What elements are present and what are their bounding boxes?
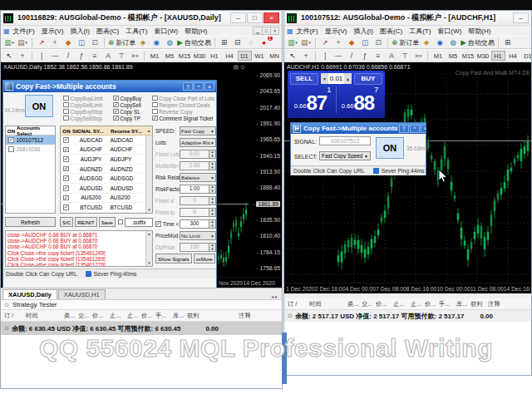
toolbar-new-order-button[interactable]: ⊕新订单 <box>108 37 135 48</box>
toolbar-zoom-in-button[interactable]: ⊞ <box>219 37 230 48</box>
minimize-button[interactable]: – <box>513 12 529 23</box>
toolbar-tile-window-button[interactable]: ◫ <box>359 37 371 48</box>
toolbar-cursor-tool-button[interactable]: ↖ <box>3 51 15 62</box>
option-copy-tp[interactable]: Copy TP <box>113 115 151 121</box>
show-signals-button[interactable]: Show Signals <box>155 254 192 264</box>
spin-down-button[interactable]: ▼ <box>209 224 215 229</box>
toolbar-market-button[interactable]: ◉ <box>434 37 446 48</box>
lot-increase-button[interactable]: ▲ <box>344 73 352 84</box>
toolbar-web-terminal-button[interactable]: ◍ <box>164 37 175 48</box>
toolbar-zoom-box-button[interactable]: ⊡ <box>89 37 101 48</box>
menu-insert[interactable]: 插入(I) <box>353 27 373 36</box>
toolbar-horizontal-line-tool-button[interactable]: — <box>49 51 61 62</box>
menu-view[interactable]: 显示(V) <box>325 27 347 36</box>
toolbar-auto-trading-button[interactable]: ▶自动交易 <box>461 37 495 48</box>
toolbar-arrows-tool-button[interactable]: »▾ <box>412 51 424 62</box>
pricemod-select[interactable]: No Limit▼ <box>180 231 216 240</box>
suffix-input[interactable]: .suffix <box>125 218 153 227</box>
lots-select[interactable]: Adaptive Risk▼ <box>180 138 216 147</box>
toolbar-crosshair-mode-button[interactable]: + <box>332 37 344 48</box>
menu-file[interactable]: 文件(F) <box>13 27 35 36</box>
column-header-0[interactable]: 订 / <box>4 312 26 320</box>
option-reopen-closed-deals[interactable]: Reopen Closed Deals <box>152 101 216 108</box>
copier-on-button[interactable]: ON <box>376 137 404 159</box>
restore-button[interactable]: □ <box>247 12 263 23</box>
toolbar-indicators-button[interactable]: ◈ <box>421 37 432 48</box>
timeframe-m30-button[interactable]: M30 <box>476 51 490 61</box>
symbol-row[interactable]: AUDNZDAUDNZD <box>61 165 145 175</box>
column-header-11[interactable]: 注释 <box>239 312 270 320</box>
column-header-6[interactable]: 止... <box>127 312 141 320</box>
toolbar-crosshair-tool-button[interactable]: + <box>300 51 312 62</box>
buy-button[interactable]: BUY <box>354 73 382 85</box>
column-header-9[interactable]: 库... <box>456 300 470 308</box>
toolbar-notifications-button[interactable]: ●1 <box>259 37 270 48</box>
menu-tools[interactable]: 工具(T) <box>409 27 431 36</box>
column-header-2[interactable]: 类... <box>347 300 362 308</box>
option-reverse-copy[interactable]: Reverse Copy <box>152 108 216 115</box>
checkbox[interactable] <box>152 109 158 115</box>
tab-xauusd-daily[interactable]: XAUUSD,Daily <box>2 289 57 299</box>
checkbox[interactable] <box>63 156 69 162</box>
opprice-input[interactable]: 150▲▼ <box>180 243 216 252</box>
toolbar-vertical-line-tool-button[interactable]: | <box>36 51 47 62</box>
checkbox[interactable] <box>113 96 119 101</box>
lot-size-input[interactable]: 0.01 <box>328 75 344 82</box>
column-header-8[interactable]: 手... <box>439 300 456 308</box>
menu-window[interactable]: 窗口(W) <box>154 27 178 36</box>
scroll-down-icon[interactable]: ▼ <box>147 208 150 212</box>
column-header-6[interactable]: 止... <box>411 300 425 308</box>
column-header-3[interactable]: 交... <box>362 300 376 308</box>
speed-select[interactable]: Fast Copy Speed ▼ <box>319 151 371 160</box>
collapse-button[interactable]: ^ <box>410 125 420 133</box>
timeframe-m15-button[interactable]: M15 <box>461 51 475 61</box>
option-copybuystop[interactable]: CopyBuyStop <box>63 108 111 115</box>
risk-related-select[interactable]: Balance▼ <box>180 173 216 182</box>
mdi-close-button[interactable]: × <box>270 27 278 34</box>
copy-url-hint[interactable]: Double Click Can Copy URL <box>293 168 365 174</box>
column-header-3[interactable]: 交... <box>78 312 92 320</box>
left-titlebar[interactable]: 100116829: AUSGlobal-Demo - 模拟帐户 - [XAUU… <box>1 11 282 26</box>
toolbar-crosshair-tool-button[interactable]: + <box>17 51 28 62</box>
toolbar-trendline-tool-button[interactable]: / <box>62 51 74 62</box>
column-header-9[interactable]: 库... <box>173 312 187 320</box>
fixed-sl-input[interactable]: 0▲▼ <box>180 196 216 205</box>
toolbar-vertical-line-tool-button[interactable]: | <box>319 51 331 62</box>
checkbox[interactable] <box>63 185 69 191</box>
toolbar-new-order-button[interactable]: ⊕新订单 <box>392 37 419 48</box>
save-button[interactable]: Save <box>99 217 116 227</box>
copier-on-button[interactable]: ON <box>25 95 53 117</box>
timeframe-h1-button[interactable]: H1 <box>491 51 505 61</box>
timeframe-w1-button[interactable]: W1 <box>253 51 267 61</box>
column-header-7[interactable]: 价... <box>141 312 155 320</box>
lot-decrease-button[interactable]: ▼ <box>321 73 328 84</box>
close-button[interactable]: × <box>421 125 426 133</box>
column-header-10[interactable]: 获利 <box>187 312 201 320</box>
option-copybuy[interactable]: CopyBuy <box>113 95 151 101</box>
column-header-4[interactable]: 价... <box>92 312 110 320</box>
timeframe-m1-button[interactable]: M1 <box>431 51 446 61</box>
s-c-button[interactable]: S/C <box>60 217 73 227</box>
sell-button[interactable]: SELL <box>290 73 318 85</box>
checkbox[interactable] <box>152 96 158 101</box>
right-titlebar[interactable]: 100107512: AUSGlobal-Demo - 模拟帐户 - [AUDC… <box>284 11 531 26</box>
tab-scroll-arrows[interactable]: ◂ ▸ <box>271 293 280 299</box>
riskfactor-input[interactable]: 1.00▲▼ <box>180 185 216 194</box>
mdi-restore-button[interactable]: □ <box>262 27 270 34</box>
spin-down-button[interactable]: ▼ <box>209 190 215 194</box>
checkbox[interactable] <box>152 116 158 121</box>
help-button[interactable]: ? <box>399 125 409 133</box>
scroll-up-icon[interactable]: ▲ <box>145 128 152 133</box>
toolbar-chart-shift-button[interactable]: ↗ <box>36 37 47 48</box>
checkbox[interactable] <box>113 116 119 121</box>
symbol-row[interactable]: AUS200AUS200 <box>61 194 145 204</box>
column-header-1[interactable]: 时间 <box>26 312 64 320</box>
fixed-tp-input[interactable]: 0▲▼ <box>180 208 216 217</box>
toolbar-zoom-box-button[interactable]: ⊡ <box>372 37 384 48</box>
copier-panel-titlebar[interactable]: H Copy Fast->Multiple accounts ?^× <box>291 123 426 134</box>
timeframe-h1-button[interactable]: H1 <box>208 51 222 61</box>
account-row[interactable]: 100107512 <box>6 135 55 145</box>
multipliter-input[interactable]: 1.00▲▼ <box>180 161 216 170</box>
column-header-0[interactable]: 订 / <box>288 300 309 308</box>
toolbar-arrows-tool-button[interactable]: »▾ <box>129 51 140 62</box>
